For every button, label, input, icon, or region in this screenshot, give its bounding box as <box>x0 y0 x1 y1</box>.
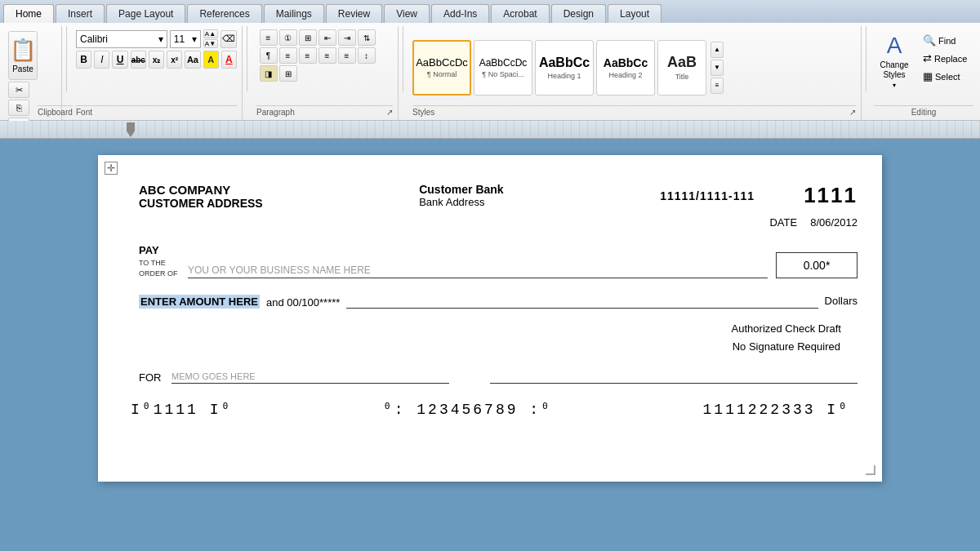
amount-words-highlight: ENTER AMOUNT HERE <box>139 295 260 309</box>
ruler <box>0 121 980 139</box>
borders-button[interactable]: ⊞ <box>279 65 297 82</box>
clear-format-button[interactable]: ⌫ <box>220 30 238 48</box>
shading-button[interactable]: ◨ <box>260 65 278 82</box>
document-area: ✛ ABC COMPANY CUSTOMER ADDRESS Customer … <box>0 139 980 551</box>
memo-line: MEMO GOES HERE <box>172 371 449 384</box>
font-color-button[interactable]: A <box>221 51 237 69</box>
tab-review[interactable]: Review <box>326 4 382 23</box>
para-buttons: ≡ ① ⊞ ⇤ ⇥ ⇅ ¶ ≡ ≡ ≡ ≡ ↕ ◨ ⊞ <box>260 29 390 82</box>
company-name: ABC COMPANY <box>139 183 263 197</box>
editing-label: Editing <box>874 105 973 117</box>
font-size-decrease[interactable]: A▼ <box>203 39 218 48</box>
paragraph-group-expander[interactable]: ↗ <box>386 108 393 117</box>
page-corner-marker <box>866 465 875 475</box>
tab-insert[interactable]: Insert <box>56 4 105 23</box>
styles-group-label: Styles ↗ <box>412 105 856 117</box>
style-heading2[interactable]: AaBbCc Heading 2 <box>596 40 655 96</box>
font-name-row: Calibri ▾ 11 ▾ A▲ A▼ ⌫ <box>76 29 237 48</box>
superscript-button[interactable]: x² <box>167 51 182 69</box>
replace-button[interactable]: ⇄ Replace <box>920 51 970 66</box>
tab-design[interactable]: Design <box>551 4 606 23</box>
signature-line <box>490 383 858 384</box>
divider-2 <box>247 26 247 91</box>
strikethrough-button[interactable]: abc <box>131 51 146 69</box>
tab-references[interactable]: References <box>187 4 261 23</box>
change-styles-button[interactable]: A ChangeStyles ▾ <box>874 29 915 92</box>
line-spacing-button[interactable]: ↕ <box>358 47 376 64</box>
style-title[interactable]: AaB Title <box>657 40 706 96</box>
check-left-info: ABC COMPANY CUSTOMER ADDRESS <box>122 175 263 210</box>
list-bullets-button[interactable]: ≡ <box>260 29 278 46</box>
font-name-input[interactable]: Calibri ▾ <box>76 30 167 48</box>
multilevel-list-button[interactable]: ⊞ <box>299 29 317 46</box>
style-nospace-label: ¶ No Spaci... <box>482 70 523 78</box>
paste-button[interactable]: 📋 Paste <box>8 31 38 80</box>
tab-layout[interactable]: Layout <box>608 4 662 23</box>
styles-scroll-more[interactable]: ≡ <box>710 78 724 94</box>
copy-button[interactable]: ⎘ <box>8 100 29 116</box>
check-page: ✛ ABC COMPANY CUSTOMER ADDRESS Customer … <box>98 155 882 482</box>
style-normal[interactable]: AaBbCcDc ¶ Normal <box>412 40 471 96</box>
cut-button[interactable]: ✂ <box>8 82 29 98</box>
replace-icon: ⇄ <box>923 52 932 64</box>
change-case-button[interactable]: Aa <box>185 51 200 69</box>
font-group-label: Font <box>76 105 237 117</box>
clear-icon: ⌫ <box>222 33 235 44</box>
underline-button[interactable]: U <box>112 51 127 69</box>
change-styles-label: ChangeStyles <box>880 60 908 80</box>
find-button[interactable]: 🔍 Find <box>920 33 970 48</box>
style-no-spacing[interactable]: AaBbCcDc ¶ No Spaci... <box>474 40 532 96</box>
style-normal-label: ¶ Normal <box>427 70 457 78</box>
memo-text: MEMO GOES HERE <box>172 371 256 381</box>
auth-block: Authorized Check Draft No Signature Requ… <box>122 320 858 356</box>
sort-button[interactable]: ⇅ <box>358 29 376 46</box>
style-title-sample: AaB <box>667 54 697 71</box>
select-icon: ▦ <box>923 70 933 82</box>
tab-add-ins[interactable]: Add-Ins <box>431 4 489 23</box>
show-formatting-button[interactable]: ¶ <box>260 47 278 64</box>
styles-scroll-down[interactable]: ▼ <box>710 60 724 76</box>
justify-button[interactable]: ≡ <box>338 47 356 64</box>
font-size-input[interactable]: 11 ▾ <box>170 30 201 48</box>
ribbon-body: 📋 Paste ✂ ⎘ 🖌 Clipboard Calibri ▾ <box>0 23 980 121</box>
style-heading1[interactable]: AaBbCc Heading 1 <box>535 40 594 96</box>
tab-mailings[interactable]: Mailings <box>264 4 324 23</box>
auth-text: Authorized Check Draft No Signature Requ… <box>732 320 841 356</box>
auth-line1: Authorized Check Draft <box>732 320 841 338</box>
align-center-button[interactable]: ≡ <box>299 47 317 64</box>
bold-button[interactable]: B <box>76 51 91 69</box>
font-size-increase[interactable]: A▲ <box>203 29 218 38</box>
font-size-dropdown-icon: ▾ <box>192 33 197 45</box>
align-left-button[interactable]: ≡ <box>279 47 297 64</box>
amount-words-row: ENTER AMOUNT HERE and 00/100***** Dollar… <box>122 295 858 309</box>
select-button[interactable]: ▦ Select <box>920 69 970 84</box>
italic-button[interactable]: I <box>94 51 109 69</box>
styles-scroll-up[interactable]: ▲ <box>710 42 724 58</box>
for-label: FOR <box>139 371 163 384</box>
pay-to-line: YOU OR YOUR BUSINESS NAME HERE <box>188 264 768 278</box>
align-right-button[interactable]: ≡ <box>318 47 336 64</box>
decrease-indent-button[interactable]: ⇤ <box>318 29 336 46</box>
tab-home[interactable]: Home <box>3 4 54 23</box>
copy-icon: ⎘ <box>16 103 22 113</box>
tab-view[interactable]: View <box>384 4 430 23</box>
paste-icon: 📋 <box>10 38 36 63</box>
style-h2-sample: AaBbCc <box>604 56 648 69</box>
editing-buttons: 🔍 Find ⇄ Replace ▦ Select <box>920 29 970 84</box>
subscript-button[interactable]: x₂ <box>149 51 164 69</box>
dollars-label: Dollars <box>825 295 858 309</box>
list-numbers-button[interactable]: ① <box>279 29 297 46</box>
change-styles-dropdown[interactable]: ▾ <box>893 82 896 89</box>
paragraph-group-label: Paragraph ↗ <box>256 105 393 117</box>
highlight-button[interactable]: A <box>203 51 219 69</box>
styles-group-expander[interactable]: ↗ <box>849 108 856 117</box>
find-icon: 🔍 <box>923 34 936 47</box>
pay-amount-box: 0.00* <box>776 252 858 278</box>
page-anchor[interactable]: ✛ <box>105 162 118 175</box>
tab-page-layout[interactable]: Page Layout <box>106 4 185 23</box>
increase-indent-button[interactable]: ⇥ <box>338 29 356 46</box>
paste-label: Paste <box>12 64 33 73</box>
tab-acrobat[interactable]: Acrobat <box>491 4 549 23</box>
font-name-dropdown-icon: ▾ <box>158 33 163 45</box>
divider-3 <box>403 26 403 91</box>
